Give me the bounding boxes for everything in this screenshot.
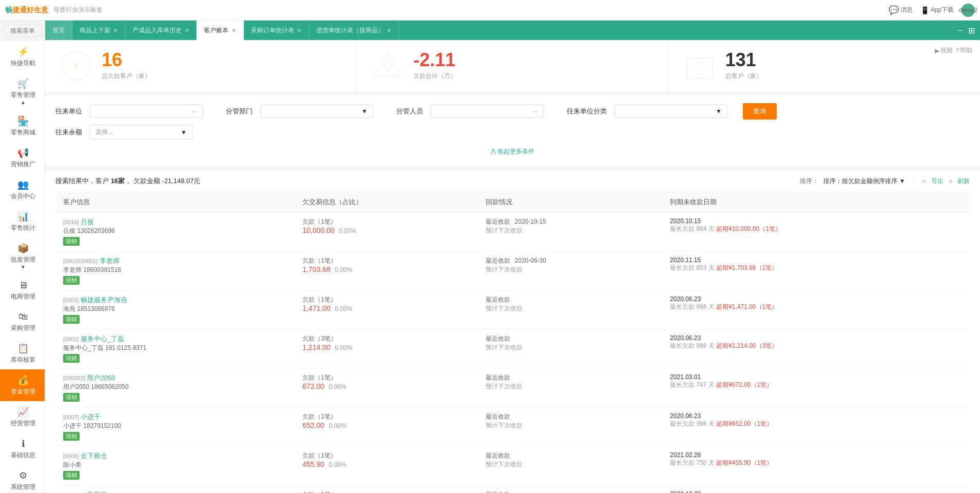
owe-amount-0[interactable]: 10,000.00 [302, 226, 334, 234]
overdue-link-1[interactable]: 超期¥1,703.68（1笔） [716, 264, 778, 271]
customer-name-3[interactable]: 服务中心_丁磊 [81, 335, 124, 343]
marketing-icon: 📢 [4, 147, 42, 159]
customer-phone-3: 服务中心_丁磊 181 0125 8371 [63, 344, 287, 352]
owe-total-label: 欠款合计（万） [413, 72, 456, 81]
export-btn[interactable]: 导出 [931, 177, 944, 186]
sidebar-item-inventory[interactable]: 📋 库存核算 [0, 338, 45, 369]
customer-name-5[interactable]: 小进千 [81, 413, 101, 421]
app-download-btn[interactable]: 📱 App下载 [920, 6, 954, 14]
sidebar-item-member-center[interactable]: 👥 会员中心 [0, 174, 45, 206]
tab-maximize-btn[interactable]: ⊞ [968, 26, 975, 35]
sidebar-search[interactable] [0, 21, 45, 41]
overdue-days-2: 最长欠款 998 天 [670, 303, 716, 310]
customer-name-7[interactable]: 黄思源 [87, 491, 107, 493]
customer-phone-1: 李老师 18600391516 [63, 266, 287, 274]
tab-minimize-btn[interactable]: － [956, 25, 964, 36]
sidebar-item-retail-mall[interactable]: 🏪 零售商城 [0, 110, 45, 142]
customer-name-4[interactable]: 用户2050 [87, 374, 115, 382]
owe-count-0: 欠款（1笔） [302, 218, 470, 226]
customer-id-3: [0002] [63, 336, 79, 342]
overdue-link-5[interactable]: 超期¥652.00（1笔） [716, 420, 773, 427]
tabs-controls: － ⊞ [951, 25, 980, 36]
owe-amount-5[interactable]: 652.00 [302, 421, 324, 429]
customer-name-1[interactable]: 李老师 [100, 257, 120, 265]
search-button[interactable]: 查询 [743, 103, 777, 120]
table-row: [0016] 吕俊 吕俊 13026203696 现销 欠款（1笔） 10,00… [55, 212, 970, 251]
tab-close-products[interactable]: × [113, 26, 118, 34]
customer-name-0[interactable]: 吕俊 [81, 218, 94, 226]
owe-amount-6[interactable]: 455.90 [302, 460, 324, 468]
manager-input[interactable]: ··· [431, 105, 544, 118]
sidebar-item-purchase[interactable]: 🛍 采购管理 [0, 306, 45, 338]
filter-row-2: 往来余额 选择... ▼ [55, 125, 970, 140]
overdue-link-0[interactable]: 超期¥10,000.00（1笔） [716, 225, 781, 232]
cell-due-date-1: 2020.11.15 最长欠款 853 天 超期¥1,703.68（1笔） [662, 251, 970, 290]
next-collect-0: 预计下次收款 [486, 226, 655, 235]
help-btn[interactable]: ? 帮助 [955, 46, 972, 55]
sidebar-item-retail-stats[interactable]: 📊 零售统计 [0, 206, 45, 238]
unit-category-label: 往来单位分类 [567, 107, 607, 116]
sort-select[interactable]: 排序：按欠款金额倒序排序 ▼ [823, 177, 905, 186]
sidebar-item-ecommerce[interactable]: 🖥 电商管理 [0, 275, 45, 306]
cell-owe-info-6: 欠款（1笔） 455.90 0.00% [295, 446, 478, 485]
overdue-link-4[interactable]: 超期¥672.00（1笔） [716, 381, 773, 388]
tab-close-production[interactable]: × [185, 26, 189, 34]
cell-collection-5: 最近收款 预计下次收款 [478, 407, 662, 446]
purchase-icon: 🛍 [4, 311, 42, 322]
overdue-days-3: 最长欠款 998 天 [670, 342, 716, 349]
sidebar-item-business[interactable]: 📈 经营管理 [0, 401, 45, 433]
search-input[interactable] [3, 25, 42, 37]
last-collect-label-3: 最近收款 [486, 335, 510, 342]
sidebar-item-system[interactable]: ⚙ 系统管理 [0, 465, 45, 493]
top-bar: 畅捷通好生意 母婴行业演示账套 💬 消息 📱 App下载 demo2 [0, 0, 980, 21]
customer-tag-4: 现销 [63, 393, 80, 402]
overdue-link-3[interactable]: 超期¥1,214.00（3笔） [716, 342, 778, 349]
results-area: 搜索结果中，客户 16家， 欠款金额 -21,148.07元 排序： 排序：按欠… [45, 170, 980, 493]
tab-customer-account[interactable]: 客户账本 × [197, 21, 243, 40]
dept-select[interactable]: ▼ [260, 105, 373, 118]
owe-count-3: 欠款（3笔） [302, 334, 470, 343]
owe-amount-1[interactable]: 1,703.68 [302, 265, 331, 273]
overdue-link-6[interactable]: 超期¥455.90（1笔） [716, 459, 773, 466]
tab-close-customer-account[interactable]: × [232, 26, 236, 34]
owe-count-2: 欠款（1笔） [302, 295, 470, 304]
sidebar-item-basic-info[interactable]: ℹ 基础信息 [0, 433, 45, 465]
tab-products[interactable]: 商品上下架 × [72, 21, 125, 40]
cell-due-date-5: 2020.06.23 最长欠款 998 天 超期¥652.00（1笔） [662, 407, 970, 446]
customer-phone-4: 用户2050 18665062050 [63, 383, 287, 391]
tab-production[interactable]: 产成品入库单历史 × [125, 21, 197, 40]
cell-collection-6: 最近收款 预计下次收款 [478, 446, 662, 485]
customer-name-2[interactable]: 畅捷服务尹海燕 [81, 296, 127, 304]
source-unit-input[interactable]: ··· [90, 105, 203, 118]
unit-category-select[interactable]: ▼ [614, 105, 727, 118]
owe-amount-4[interactable]: 672.00 [302, 382, 324, 390]
cell-due-date-0: 2020.10.15 最长欠款 884 天 超期¥10,000.00（1笔） [662, 212, 970, 251]
cell-collection-0: 最近收款 2020-10-15 预计下次收款 [478, 212, 662, 251]
customer-id-1: [0001020001] [63, 258, 98, 264]
sidebar-item-quick-nav[interactable]: ⚡ 快捷导航 [0, 41, 45, 73]
collapse-btn[interactable]: ⋀ 收起更多条件 [55, 145, 970, 159]
sidebar-item-batch-mgmt[interactable]: 📦 批发管理 ▼ [0, 238, 45, 275]
last-collect-label-7: 最近收款 [486, 491, 510, 493]
sidebar-item-finance[interactable]: 💰 资金管理 [0, 369, 45, 401]
content-area: ¥ 16 总欠款客户（家） ◇ [45, 40, 980, 493]
tab-stock-stats[interactable]: 进货单统计表（按商品） × [309, 21, 399, 40]
balance-select[interactable]: 选择... ▼ [90, 125, 193, 140]
video-help-btn[interactable]: ▶ 视频 [935, 46, 953, 55]
refresh-btn[interactable]: 刷新 [957, 177, 970, 186]
owe-amount-3[interactable]: 1,214.00 [302, 343, 331, 351]
message-btn[interactable]: 💬 消息 [889, 5, 913, 15]
overdue-link-2[interactable]: 超期¥1,471.00（1笔） [716, 303, 778, 310]
chevron-down-category-icon: ▼ [716, 108, 722, 115]
tab-close-stock-stats[interactable]: × [387, 26, 391, 34]
avatar[interactable]: demo2 [962, 4, 975, 17]
tab-close-purchase-order[interactable]: × [297, 26, 301, 34]
customer-name-6[interactable]: 去下粮仓 [81, 452, 107, 460]
retail-stats-icon: 📊 [4, 211, 42, 222]
owe-amount-2[interactable]: 1,471.00 [302, 304, 331, 312]
tab-home[interactable]: 首页 [45, 21, 72, 40]
export-icon: ○ [923, 178, 926, 185]
sidebar-item-retail-mgmt[interactable]: 🛒 零售管理 ▲ [0, 73, 45, 110]
tab-purchase-order[interactable]: 采购订单统计表 × [244, 21, 309, 40]
sidebar-item-marketing[interactable]: 📢 营销推广 [0, 142, 45, 174]
